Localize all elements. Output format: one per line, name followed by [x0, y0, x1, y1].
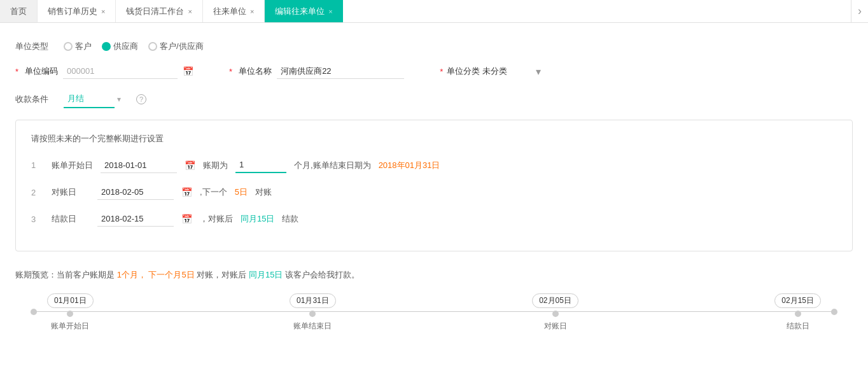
- row-1-calendar-icon[interactable]: 📅: [185, 160, 195, 171]
- row-3-calendar-icon[interactable]: 📅: [181, 214, 192, 224]
- radio-supplier[interactable]: 供应商: [102, 41, 138, 52]
- name-label: 单位名称: [239, 66, 272, 77]
- payment-row: 收款条件 月结 ▾ ?: [15, 90, 853, 108]
- category-chevron-icon[interactable]: ▾: [536, 66, 541, 78]
- node-2-dot: [309, 311, 316, 317]
- row-3-highlight: 同月15日: [241, 213, 274, 225]
- row-3-label: 结款日: [52, 213, 90, 225]
- row-1-date[interactable]: [101, 158, 177, 173]
- code-input[interactable]: [63, 64, 178, 79]
- payment-label: 收款条件: [15, 94, 48, 105]
- setting-row-3: 3 结款日 📅 ，对账后 同月15日 结款: [31, 211, 837, 227]
- tab-home[interactable]: 首页: [0, 0, 38, 22]
- category-value: 未分类: [482, 66, 533, 77]
- tab-partner-label: 往来单位: [213, 6, 246, 17]
- radio-customer-label: 客户: [75, 41, 92, 52]
- row-3-prefix: ，对账后: [200, 213, 233, 225]
- payment-select: 月结 ▾: [64, 90, 121, 108]
- required-name: *: [229, 67, 232, 76]
- node-4-date: 02月15日: [774, 293, 821, 308]
- tab-cash-desk-label: 钱货日清工作台: [126, 6, 184, 17]
- row-3-date[interactable]: [97, 211, 174, 227]
- timeline-node-2: 01月31日 账单结束日: [290, 293, 336, 332]
- name-input[interactable]: [277, 64, 404, 79]
- radio-group: 客户 供应商 客户/供应商: [64, 41, 204, 52]
- radio-supplier-label: 供应商: [113, 41, 138, 52]
- preview-text: 账期预览：当前客户账期是 1个月， 下一个月5日 对账，对账后 同月15日 该客…: [15, 269, 853, 281]
- preview-part4: 同月15日: [249, 270, 283, 279]
- node-1-dot: [67, 311, 73, 317]
- tab-cash-desk-close[interactable]: ×: [188, 8, 192, 15]
- row-2-calendar-icon[interactable]: 📅: [181, 187, 192, 197]
- period-input[interactable]: [235, 157, 286, 173]
- settings-title: 请按照未来的一个完整帐期进行设置: [31, 133, 837, 144]
- code-label: 单位编码: [25, 66, 58, 77]
- preview-part1: 1个月，: [117, 270, 146, 279]
- arrow-right-icon: ›: [858, 4, 862, 18]
- tab-edit-partner-close[interactable]: ×: [328, 8, 332, 15]
- timeline-node-3: 02月05日 对账日: [532, 293, 578, 332]
- code-calendar-icon[interactable]: 📅: [183, 66, 193, 76]
- tab-sales-history-close[interactable]: ×: [101, 8, 105, 15]
- row-1-suffix-before: 账期为: [203, 160, 228, 171]
- preview-section: 账期预览：当前客户账期是 1个月， 下一个月5日 对账，对账后 同月15日 该客…: [15, 262, 853, 332]
- row-2-suffix: 对账: [255, 186, 272, 198]
- category-label: 单位分类: [447, 66, 480, 77]
- tab-edit-partner[interactable]: 编辑往来单位 ×: [265, 0, 342, 22]
- row-2-num: 2: [31, 188, 44, 197]
- tab-partner-close[interactable]: ×: [250, 8, 254, 15]
- row-3-num: 3: [31, 215, 44, 224]
- timeline-nodes: 01月01日 账单开始日 01月31日 账单结束日 02月05日 对账日: [34, 293, 834, 332]
- required-cat: *: [440, 67, 443, 76]
- name-field: * 单位名称: [229, 64, 404, 79]
- tab-edit-partner-label: 编辑往来单位: [275, 6, 325, 17]
- required-code: *: [15, 67, 18, 76]
- node-3-dot: [552, 311, 559, 317]
- tabs-bar: 首页 销售订单历史 × 钱货日清工作台 × 往来单位 × 编辑往来单位 × ›: [0, 0, 868, 23]
- radio-both-circle: [148, 42, 157, 51]
- node-4-label: 结款日: [787, 321, 809, 332]
- settings-box: 请按照未来的一个完整帐期进行设置 1 账单开始日 📅 账期为 个月,账单结束日期…: [15, 120, 853, 251]
- preview-part5: 该客户会给我打款。: [285, 270, 360, 279]
- tab-sales-history[interactable]: 销售订单历史 ×: [38, 0, 116, 22]
- node-2-date: 01月31日: [290, 293, 336, 308]
- node-2-label: 账单结束日: [293, 321, 332, 332]
- node-3-label: 对账日: [544, 321, 567, 332]
- tab-cash-desk[interactable]: 钱货日清工作台 ×: [116, 0, 202, 22]
- radio-customer[interactable]: 客户: [64, 41, 92, 52]
- setting-row-2: 2 对账日 📅 ,下一个 5日 对账: [31, 185, 837, 200]
- payment-chevron-icon[interactable]: ▾: [117, 95, 121, 104]
- code-field: * 单位编码 📅: [15, 64, 193, 79]
- payment-help-icon[interactable]: ?: [136, 94, 146, 104]
- radio-both[interactable]: 客户/供应商: [148, 41, 204, 52]
- row-1-num: 1: [31, 160, 44, 170]
- preview-part3: 对账，对账后: [197, 270, 246, 279]
- node-1-date: 01月01日: [47, 293, 94, 308]
- row-2-highlight: 5日: [235, 186, 248, 198]
- timeline-node-4: 02月15日 结款日: [774, 293, 821, 332]
- node-1-label: 账单开始日: [51, 321, 89, 332]
- tab-partner[interactable]: 往来单位 ×: [203, 0, 265, 22]
- payment-value[interactable]: 月结: [64, 90, 115, 108]
- row-1-label: 账单开始日: [52, 160, 93, 171]
- row-2-label: 对账日: [52, 186, 90, 198]
- tabs-arrow[interactable]: ›: [851, 0, 868, 22]
- unit-type-label: 单位类型: [15, 41, 48, 52]
- row-2-date[interactable]: [97, 185, 174, 200]
- row-3-suffix: 结款: [282, 213, 298, 225]
- node-3-date: 02月05日: [532, 293, 578, 308]
- category-field: * 单位分类 未分类 ▾: [440, 66, 541, 78]
- setting-row-1: 1 账单开始日 📅 账期为 个月,账单结束日期为 2018年01月31日: [31, 157, 837, 173]
- radio-both-label: 客户/供应商: [160, 41, 204, 52]
- main-content: 单位类型 客户 供应商 客户/供应商 * 单位编码 📅 *: [0, 23, 868, 387]
- tab-home-label: 首页: [10, 6, 27, 17]
- row-2-prefix: ,下一个: [200, 186, 227, 198]
- preview-part2: 下一个月5日: [148, 270, 194, 279]
- code-name-cat-row: * 单位编码 📅 * 单位名称 * 单位分类 未分类 ▾: [15, 64, 853, 79]
- timeline-container: 01月01日 账单开始日 01月31日 账单结束日 02月05日 对账日: [15, 293, 853, 332]
- row-1-suffix-after: 个月,账单结束日期为: [294, 160, 371, 171]
- radio-supplier-circle: [102, 42, 111, 51]
- row-1-highlight: 2018年01月31日: [379, 160, 440, 171]
- unit-type-row: 单位类型 客户 供应商 客户/供应商: [15, 41, 853, 52]
- timeline-node-1: 01月01日 账单开始日: [47, 293, 94, 332]
